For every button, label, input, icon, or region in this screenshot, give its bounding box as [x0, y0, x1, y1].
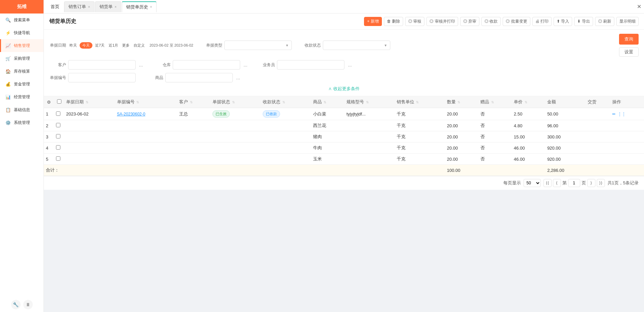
row-gift: 否: [478, 108, 512, 120]
row-qty: 20.00: [445, 142, 478, 154]
row-qty: 20.00: [445, 154, 478, 165]
sidebar-item-sys-mgmt[interactable]: ⚙️ 系统管理: [0, 116, 44, 129]
th-sales-unit[interactable]: 销售单位 ⇅: [395, 96, 445, 108]
action-btn-1[interactable]: ⋮⋮: [618, 112, 626, 116]
approve-print-button[interactable]: ◎ 审核并打印: [426, 17, 458, 26]
prev-page-btn[interactable]: ⟨: [553, 179, 561, 187]
abandon-button[interactable]: ◎ 弃审: [460, 17, 479, 26]
query-button[interactable]: 查询: [619, 34, 639, 45]
row-checkbox-input[interactable]: [56, 145, 60, 150]
print-button[interactable]: 🖨 打印: [532, 17, 552, 26]
page-size-select[interactable]: 50 100 200: [524, 179, 541, 187]
action-btns: ✏⋮⋮: [612, 112, 642, 116]
customer-input[interactable]: [68, 60, 136, 70]
pay-status-arrow: ▼: [384, 44, 387, 47]
show-detail-button[interactable]: 显示明细: [616, 17, 639, 26]
select-all-checkbox[interactable]: [57, 99, 61, 104]
th-doc-no[interactable]: 单据编号 ⇅: [115, 96, 177, 108]
th-checkbox[interactable]: [54, 96, 64, 108]
staff-input[interactable]: [277, 60, 344, 70]
tab-sales-order-close[interactable]: ×: [88, 5, 90, 9]
row-spec-type: [344, 120, 395, 131]
warehouse-input[interactable]: [173, 60, 240, 70]
warehouse-dots[interactable]: ...: [244, 62, 248, 68]
tab-sales-order[interactable]: 销售订单 ×: [64, 1, 94, 12]
sidebar-item-inventory-calc[interactable]: 🏠 库存核算: [0, 65, 44, 78]
th-gear[interactable]: ⚙: [44, 96, 54, 108]
th-doc-status[interactable]: 单据状态 ⇅: [211, 96, 261, 108]
first-page-btn[interactable]: ⟨⟨: [543, 179, 552, 187]
sidebar-pause-btn[interactable]: ⏸: [23, 300, 33, 309]
goods-dots[interactable]: ...: [236, 75, 240, 80]
row-spec-type: [344, 154, 395, 165]
row-checkbox-input[interactable]: [56, 134, 60, 138]
row-checkbox-input[interactable]: [56, 111, 60, 116]
sidebar-label-basic-info: 基础信息: [14, 107, 30, 113]
customer-dots[interactable]: ...: [139, 62, 143, 68]
refresh-button[interactable]: ◎ 刷新: [595, 17, 614, 26]
shortcut-custom[interactable]: 自定义: [132, 42, 146, 49]
th-spec-type[interactable]: 规格型号 ⇅: [344, 96, 395, 108]
pay-status-dropdown[interactable]: ▼: [323, 41, 390, 50]
shortcut-more[interactable]: 更多: [121, 42, 131, 49]
doc-type-dropdown[interactable]: ▼: [224, 41, 292, 50]
tab-sales-goods-history-close[interactable]: ×: [150, 5, 152, 9]
sales-mgmt-icon: 📈: [5, 43, 11, 49]
row-checkbox-input[interactable]: [56, 156, 60, 161]
row-amount: 920.00: [545, 154, 586, 165]
staff-dots[interactable]: ...: [348, 62, 352, 68]
sidebar-item-search-menu[interactable]: 🔍 搜索菜单: [0, 14, 44, 26]
delete-button[interactable]: 🗑 删除: [384, 17, 403, 26]
th-qty[interactable]: 数量 ⇅: [445, 96, 478, 108]
row-sales-unit: 千克: [395, 120, 445, 131]
batch-change-button[interactable]: ◎ 批量变更: [503, 17, 530, 26]
shortcut-7days[interactable]: 近7天: [94, 42, 106, 49]
sidebar-item-basic-info[interactable]: 📋 基础信息: [0, 103, 44, 116]
export-button[interactable]: ⬇ 导出: [574, 17, 593, 26]
row-customer: 王总: [177, 108, 211, 120]
last-page-btn[interactable]: ⟩⟩: [597, 179, 605, 187]
th-doc-date[interactable]: 单据日期 ⇅: [64, 96, 115, 108]
collapse-button[interactable]: ∧ 收起更多条件: [328, 86, 360, 92]
action-btn-0[interactable]: ✏: [612, 112, 616, 116]
new-button[interactable]: + 新增: [364, 17, 382, 26]
receive-button[interactable]: ◎ 收款: [481, 17, 501, 26]
sidebar-label-sales-mgmt: 销售管理: [14, 43, 30, 49]
tab-sales-goods[interactable]: 销货单 ×: [95, 1, 121, 12]
inventory-calc-icon: 🏠: [5, 68, 11, 74]
row-trade: [586, 131, 610, 142]
shortcut-yesterday[interactable]: 昨天: [68, 42, 78, 49]
th-pay-status[interactable]: 收款状态 ⇅: [261, 96, 311, 108]
th-unit-price[interactable]: 单价 ⇅: [512, 96, 545, 108]
row-checkbox-input[interactable]: [56, 123, 60, 127]
set-button[interactable]: 设置: [619, 47, 639, 57]
shortcut-1month[interactable]: 近1月: [107, 42, 119, 49]
import-button[interactable]: ⬆ 导入: [554, 17, 572, 26]
doc-type-label: 单据类型: [205, 43, 222, 48]
filter-item-customer: 客户 ...: [49, 60, 143, 70]
sidebar-settings-btn[interactable]: 🔧: [11, 300, 21, 309]
tab-sales-goods-history[interactable]: 销货单历史 ×: [122, 1, 157, 12]
sidebar-item-purchase-mgmt[interactable]: 🛒 采购管理: [0, 52, 44, 65]
th-goods[interactable]: 商品 ⇅: [311, 96, 344, 108]
row-doc-no[interactable]: SA-20230602-0: [115, 108, 177, 120]
sidebar-logo: 拓维: [0, 0, 44, 14]
sidebar-item-quick-nav[interactable]: ⚡ 快捷导航: [0, 26, 44, 39]
next-page-btn[interactable]: ⟩: [587, 179, 595, 187]
doc-no-input[interactable]: [68, 73, 136, 82]
summary-label: 合计：: [44, 165, 64, 176]
goods-input[interactable]: [165, 73, 233, 82]
th-customer[interactable]: 客户 ⇅: [177, 96, 211, 108]
sidebar-item-finance-mgmt[interactable]: 💰 资金管理: [0, 78, 44, 90]
tab-home[interactable]: 首页: [47, 1, 63, 12]
doc-no-link[interactable]: SA-20230602-0: [117, 112, 145, 116]
close-all-tabs-btn[interactable]: ✕: [637, 3, 641, 10]
approve-button[interactable]: ◎ 审核: [405, 17, 424, 26]
page-label-suffix: 页: [582, 180, 586, 186]
tab-sales-goods-close[interactable]: ×: [115, 5, 117, 9]
page-number-input[interactable]: [568, 179, 580, 187]
shortcut-today[interactable]: 今天: [80, 42, 92, 49]
sidebar-item-sales-mgmt[interactable]: 📈 销售管理: [0, 39, 44, 52]
th-gift[interactable]: 赠品 ⇅: [478, 96, 512, 108]
sidebar-item-ops-mgmt[interactable]: 📊 经营管理: [0, 90, 44, 103]
